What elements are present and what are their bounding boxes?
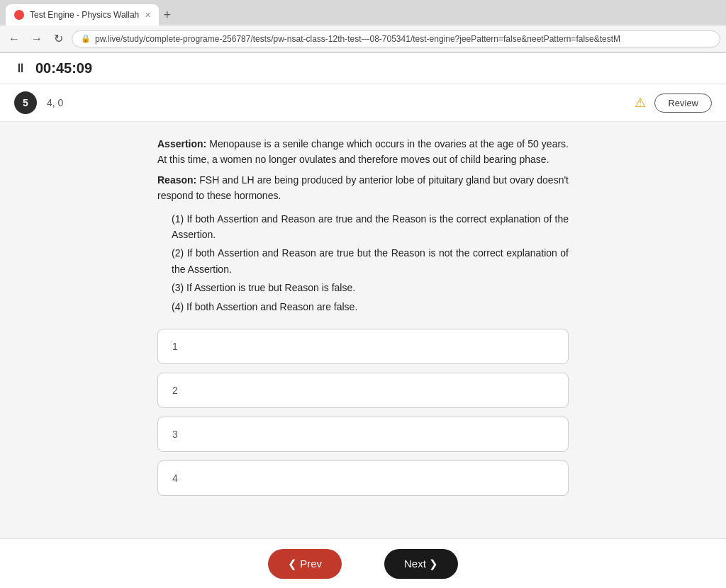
url-text: pw.live/study/complete-programe-256787/t…	[95, 34, 620, 44]
test-header: ⏸ 00:45:09	[0, 53, 726, 84]
answer-label-1: 1	[172, 341, 184, 352]
q-option-num-3: (3)	[172, 282, 184, 293]
tab-title: Test Engine - Physics Wallah	[30, 10, 139, 20]
lock-icon: 🔒	[81, 34, 91, 43]
navigation-bar: ← → ↻ 🔒 pw.live/study/complete-programe-…	[0, 26, 726, 52]
answer-option-1[interactable]: 1	[157, 329, 569, 364]
q-option-num-4: (4)	[172, 301, 184, 312]
pause-icon[interactable]: ⏸	[14, 61, 27, 76]
tab-bar: Test Engine - Physics Wallah × +	[0, 0, 726, 26]
q-option-num-2: (2)	[172, 247, 184, 259]
q-option-text-1: If both Assertion and Reason are true an…	[172, 213, 569, 240]
q-option-text-2: If both Assertion and Reason are true bu…	[172, 247, 569, 274]
answer-label-4: 4	[172, 473, 184, 484]
reason-label: Reason:	[157, 174, 196, 186]
question-number-badge: 5	[14, 91, 37, 114]
answer-label-2: 2	[172, 385, 184, 396]
answer-option-3[interactable]: 3	[157, 417, 569, 452]
answer-label-3: 3	[172, 429, 184, 440]
score-display: 4, 0	[47, 97, 63, 108]
question-option-4: (4) If both Assertion and Reason are fal…	[172, 299, 569, 315]
reload-button[interactable]: ↻	[51, 30, 66, 47]
timer-display: 00:45:09	[35, 60, 92, 77]
meta-right: ⚠ Review	[635, 94, 712, 113]
next-button[interactable]: Next ❯	[384, 549, 458, 579]
q-option-text-4: If both Assertion and Reason are false.	[186, 301, 357, 312]
q-option-text-3: If Assertion is true but Reason is false…	[186, 282, 355, 293]
assertion-label: Assertion:	[157, 138, 206, 149]
tab-favicon	[14, 10, 24, 20]
forward-button[interactable]: →	[28, 31, 45, 47]
url-bar[interactable]: 🔒 pw.live/study/complete-programe-256787…	[72, 30, 720, 47]
question-content: Assertion: Menopause is a senile change …	[143, 136, 583, 315]
question-options-list: (1) If both Assertion and Reason are tru…	[172, 211, 569, 315]
back-button[interactable]: ←	[6, 31, 23, 47]
bottom-navigation: ❮ Prev Next ❯	[0, 538, 726, 588]
question-option-3: (3) If Assertion is true but Reason is f…	[172, 280, 569, 295]
question-area: Assertion: Menopause is a senile change …	[0, 122, 726, 565]
answer-option-4[interactable]: 4	[157, 460, 569, 496]
answer-options: 1 2 3 4	[143, 329, 583, 496]
q-option-num-1: (1)	[172, 213, 184, 225]
answer-option-2[interactable]: 2	[157, 373, 569, 408]
question-option-1: (1) If both Assertion and Reason are tru…	[172, 211, 569, 243]
new-tab-button[interactable]: +	[159, 8, 175, 23]
question-meta-bar: 5 4, 0 ⚠ Review	[0, 84, 726, 122]
active-tab[interactable]: Test Engine - Physics Wallah ×	[6, 4, 159, 26]
review-button[interactable]: Review	[654, 94, 712, 113]
assertion-text: Menopause is a senile change which occur…	[157, 138, 569, 165]
alert-icon[interactable]: ⚠	[635, 95, 646, 111]
reason-text: FSH and LH are being produced by anterio…	[157, 174, 569, 201]
prev-button[interactable]: ❮ Prev	[268, 549, 342, 579]
question-option-2: (2) If both Assertion and Reason are tru…	[172, 245, 569, 277]
tab-close-button[interactable]: ×	[145, 9, 150, 21]
